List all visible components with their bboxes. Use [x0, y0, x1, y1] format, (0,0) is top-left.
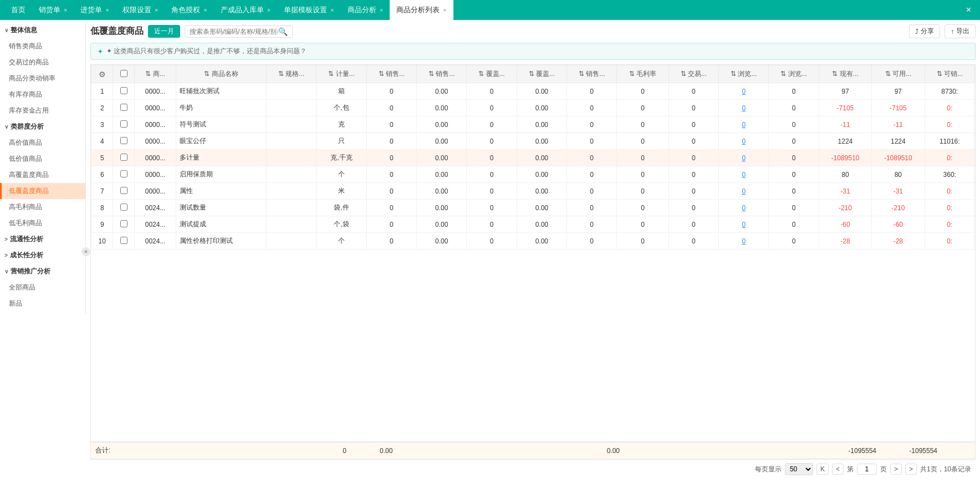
next-page-button[interactable]: > [890, 464, 902, 475]
close-icon[interactable]: × [443, 7, 446, 13]
close-icon[interactable]: × [380, 7, 383, 13]
row-code: 0000... [135, 116, 176, 133]
close-icon[interactable]: × [155, 7, 158, 13]
nav-sales-order[interactable]: 销货单 × [32, 0, 74, 20]
close-icon[interactable]: × [105, 7, 109, 13]
row-checkbox[interactable] [120, 237, 127, 244]
nav-permission[interactable]: 权限设置 × [116, 0, 165, 20]
row-spec [266, 166, 316, 183]
close-icon[interactable]: × [330, 7, 334, 13]
nav-purchase-order[interactable]: 进货单 × [74, 0, 115, 20]
col-settings[interactable]: ⚙ [91, 65, 113, 83]
export-button[interactable]: ↑ 导出 [945, 24, 976, 38]
current-page-input[interactable] [857, 464, 877, 475]
sidebar-item-in-stock[interactable]: 有库存商品 [0, 87, 85, 103]
sidebar-section-cluster[interactable]: ∨ 类群度分析 [0, 119, 85, 135]
sidebar-section-marketing[interactable]: ∨ 营销推广分析 [0, 263, 85, 279]
row-browse1[interactable]: 0 [719, 133, 769, 150]
filter-recent-month-button[interactable]: 近一月 [148, 25, 180, 38]
col-saleable-header[interactable]: ⇅ 可销... [925, 65, 974, 83]
row-checkbox[interactable] [120, 104, 127, 111]
col-browse1-header[interactable]: ⇅ 浏览... [719, 65, 769, 83]
row-available: -31 [872, 183, 925, 200]
row-checkbox-cell [113, 166, 135, 183]
row-current: 1224 [819, 133, 871, 150]
settings-icon[interactable]: ⚙ [99, 70, 106, 79]
col-browse2-header[interactable]: ⇅ 浏览... [769, 65, 819, 83]
col-sales-qty-header[interactable]: ⇅ 销售... [366, 65, 416, 83]
sidebar-item-traded-goods[interactable]: 交易过的商品 [0, 54, 85, 70]
row-checkbox-cell [113, 100, 135, 116]
row-browse1[interactable]: 0 [719, 116, 769, 133]
first-page-button[interactable]: K [816, 464, 829, 475]
last-page-button[interactable]: > [905, 464, 917, 475]
sidebar-item-high-margin[interactable]: 高毛利商品 [0, 199, 85, 215]
nav-goods-analysis-list[interactable]: 商品分析列表 × [390, 0, 453, 20]
nav-role-auth[interactable]: 角色授权 × [165, 0, 213, 20]
sidebar-section-liquidity[interactable]: > 流通性分析 [0, 231, 85, 247]
col-cover2-header[interactable]: ⇅ 覆盖... [517, 65, 566, 83]
nav-goods-analysis[interactable]: 商品分析 × [341, 0, 390, 20]
prev-page-button[interactable]: < [832, 464, 844, 475]
col-spec-header[interactable]: ⇅ 规格... [266, 65, 316, 83]
col-sales-amt-header[interactable]: ⇅ 销售... [417, 65, 467, 83]
close-icon[interactable]: × [267, 7, 270, 13]
col-available-header[interactable]: ⇅ 可用... [872, 65, 925, 83]
row-checkbox[interactable] [120, 170, 127, 177]
row-browse1[interactable]: 0 [719, 150, 769, 166]
row-sales-amt: 0.00 [417, 233, 467, 250]
row-browse1[interactable]: 0 [719, 166, 769, 183]
sidebar-item-all-goods[interactable]: 全部商品 [0, 279, 85, 296]
nav-template-settings[interactable]: 单据模板设置 × [277, 0, 340, 20]
select-all-checkbox[interactable] [120, 70, 127, 77]
col-sales3-header[interactable]: ⇅ 销售... [567, 65, 617, 83]
col-current-header[interactable]: ⇅ 现有... [819, 65, 871, 83]
sidebar-collapse-button[interactable]: « [81, 247, 90, 256]
row-checkbox[interactable] [120, 120, 127, 128]
sidebar-item-low-coverage[interactable]: 低覆盖度商品 [0, 183, 85, 199]
col-name-header[interactable]: ⇅ 商品名称 [176, 65, 266, 83]
nav-home[interactable]: 首页 [4, 0, 32, 20]
row-browse1[interactable]: 0 [719, 233, 769, 250]
row-checkbox[interactable] [120, 87, 127, 94]
col-code-header[interactable]: ⇅ 商... [135, 65, 176, 83]
row-checkbox[interactable] [120, 204, 127, 211]
row-browse1[interactable]: 0 [719, 183, 769, 200]
sidebar-item-new-goods[interactable]: 新品 [0, 296, 85, 312]
row-checkbox[interactable] [120, 220, 127, 227]
share-icon: ⤴ [915, 28, 918, 35]
share-button[interactable]: ⤴ 分享 [909, 24, 940, 38]
sidebar-item-high-coverage[interactable]: 高覆盖度商品 [0, 167, 85, 183]
row-checkbox[interactable] [120, 137, 127, 144]
search-icon[interactable]: 🔍 [278, 27, 288, 36]
row-margin: 0 [617, 83, 668, 100]
row-trade: 0 [668, 233, 718, 250]
col-margin-header[interactable]: ⇅ 毛利率 [617, 65, 668, 83]
close-icon[interactable]: × [64, 7, 67, 13]
window-close-button[interactable]: × [962, 5, 976, 15]
sidebar-item-high-value[interactable]: 高价值商品 [0, 135, 85, 151]
sort-icon: ⇅ [832, 70, 838, 78]
sidebar-section-growth[interactable]: > 成长性分析 [0, 247, 85, 263]
sidebar-item-capital-usage[interactable]: 库存资金占用 [0, 103, 85, 119]
close-icon[interactable]: × [203, 7, 207, 13]
row-browse1[interactable]: 0 [719, 200, 769, 216]
col-cover1-header[interactable]: ⇅ 覆盖... [467, 65, 517, 83]
page-size-select[interactable]: 20 50 100 200 [785, 463, 813, 475]
row-sales-amt: 0.00 [417, 166, 467, 183]
sidebar-item-low-value[interactable]: 低价值商品 [0, 151, 85, 167]
sidebar-item-low-margin[interactable]: 低毛利商品 [0, 215, 85, 231]
search-input[interactable] [190, 28, 278, 35]
row-browse1[interactable]: 0 [719, 83, 769, 100]
sidebar-item-category-rate[interactable]: 商品分类动销率 [0, 70, 85, 87]
data-table-container[interactable]: ⚙ ⇅ 商... ⇅ 商品名称 ⇅ 规格... ⇅ 计量... ⇅ 销售... … [90, 64, 976, 442]
row-checkbox[interactable] [120, 154, 127, 161]
row-checkbox[interactable] [120, 187, 127, 194]
row-browse1[interactable]: 0 [719, 100, 769, 116]
nav-product-inbound[interactable]: 产成品入库单 × [214, 0, 277, 20]
col-unit-header[interactable]: ⇅ 计量... [317, 65, 366, 83]
sidebar-item-sales-goods[interactable]: 销售类商品 [0, 38, 85, 54]
row-browse1[interactable]: 0 [719, 216, 769, 233]
col-trade-header[interactable]: ⇅ 交易... [668, 65, 718, 83]
sidebar-section-overall[interactable]: ∨ 整体信息 [0, 22, 85, 38]
